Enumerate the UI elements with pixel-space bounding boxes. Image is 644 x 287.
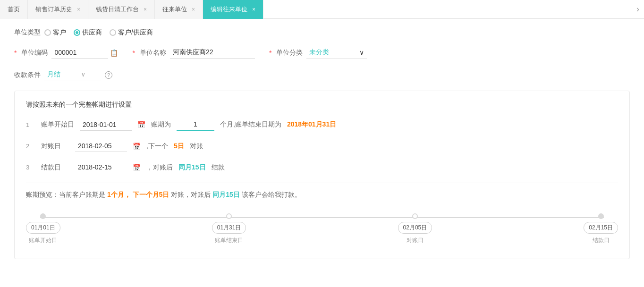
timeline-item-0: 01月01日 账单开始日 bbox=[26, 213, 60, 245]
unit-category-label: 单位分类 bbox=[276, 49, 303, 57]
tab-partner[interactable]: 往来单位 × bbox=[155, 0, 203, 19]
timeline-sublabel-1: 账单结束日 bbox=[215, 236, 243, 245]
radio-supplier[interactable]: 供应商 bbox=[74, 28, 102, 37]
tabs-bar: 首页 销售订单历史 × 钱货日清工作台 × 往来单位 × 编辑往来单位 × › bbox=[0, 0, 644, 19]
period-day-5-highlight: 5日 bbox=[174, 142, 184, 151]
tab-edit-partner-close[interactable]: × bbox=[252, 6, 255, 13]
period-text-2b: 对账 bbox=[190, 142, 203, 151]
unit-type-group: 单位类型 客户 供应商 客户/供应商 bbox=[14, 28, 153, 37]
radio-group: 客户 供应商 客户/供应商 bbox=[44, 28, 153, 37]
radio-both[interactable]: 客户/供应商 bbox=[110, 28, 153, 37]
tab-sales-history-close[interactable]: × bbox=[77, 6, 80, 13]
timeline-badge-2: 02月05日 bbox=[398, 222, 432, 234]
radio-supplier-label: 供应商 bbox=[82, 28, 102, 37]
unit-category-select[interactable]: 未分类 ∨ bbox=[306, 46, 367, 59]
preview-prefix: 账期预览：当前客户账期是 bbox=[26, 191, 105, 198]
timeline-badge-0: 01月01日 bbox=[26, 222, 60, 234]
period-text-2a: ,下一个 bbox=[146, 142, 168, 151]
code-name-cat-row: * 单位编码 📋 * 单位名称 * 单位分类 未分类 ∨ bbox=[14, 46, 630, 59]
payment-condition-select[interactable]: 月结 ∨ bbox=[44, 68, 101, 81]
timeline-item-1: 01月31日 账单结束日 bbox=[212, 213, 246, 245]
timeline-item-2: 02月05日 对账日 bbox=[398, 213, 432, 245]
timeline-dot-0 bbox=[40, 213, 46, 219]
payment-condition-value: 月结 bbox=[47, 70, 60, 79]
unit-code-star: * bbox=[14, 49, 17, 57]
period-num-3: 3 bbox=[26, 164, 35, 171]
period-date-1[interactable] bbox=[80, 119, 132, 131]
radio-customer-circle bbox=[44, 29, 51, 36]
tab-cash-work-close[interactable]: × bbox=[144, 6, 147, 13]
period-label-3: 结款日 bbox=[41, 163, 69, 172]
period-row-2: 2 对账日 📅 ,下一个 5日 对账 bbox=[26, 140, 618, 152]
tab-sales-history[interactable]: 销售订单历史 × bbox=[28, 0, 88, 19]
preview-part2: 下一个月5日 bbox=[133, 191, 169, 198]
period-text-3a: ，对账后 bbox=[146, 163, 173, 172]
period-text-1b: 个月,账单结束日期为 bbox=[220, 120, 281, 129]
tab-partner-label: 往来单位 bbox=[162, 5, 187, 14]
period-date-3[interactable] bbox=[75, 161, 127, 173]
preview-middle: 对账，对账后 bbox=[171, 191, 211, 198]
payment-condition-group: 收款条件 月结 ∨ ? bbox=[14, 68, 112, 81]
timeline-dot-3 bbox=[598, 213, 604, 219]
main-content: 单位类型 客户 供应商 客户/供应商 * 单位编码 bbox=[0, 19, 644, 287]
payment-condition-chevron: ∨ bbox=[81, 71, 85, 78]
period-row-3: 3 结款日 📅 ，对账后 同月15日 结款 bbox=[26, 161, 618, 173]
unit-category-group: * 单位分类 未分类 ∨ bbox=[269, 46, 367, 59]
timeline: 01月01日 账单开始日 01月31日 账单结束日 02月05日 对账日 bbox=[26, 209, 618, 249]
preview-part1: 1个月， bbox=[107, 191, 131, 198]
payment-condition-row: 收款条件 月结 ∨ ? bbox=[14, 68, 630, 81]
timeline-items: 01月01日 账单开始日 01月31日 账单结束日 02月05日 对账日 bbox=[26, 213, 618, 245]
period-row-1: 1 账单开始日 📅 账期为 个月,账单结束日期为 2018年01月31日 bbox=[26, 118, 618, 131]
period-calendar-1[interactable]: 📅 bbox=[137, 121, 145, 128]
unit-code-input-wrapper: 📋 bbox=[51, 47, 118, 59]
preview-part3: 同月15日 bbox=[212, 191, 240, 198]
radio-customer-label: 客户 bbox=[53, 28, 66, 37]
unit-name-input[interactable] bbox=[170, 47, 255, 59]
period-calendar-2[interactable]: 📅 bbox=[133, 143, 141, 150]
timeline-item-3: 02月15日 结款日 bbox=[584, 213, 618, 245]
radio-customer[interactable]: 客户 bbox=[44, 28, 66, 37]
preview-section: 账期预览：当前客户账期是 1个月， 下一个月5日 对账，对账后 同月15日 该客… bbox=[26, 183, 618, 249]
tab-home[interactable]: 首页 bbox=[0, 0, 28, 19]
period-text-1a: 账期为 bbox=[151, 120, 171, 129]
period-end-date-highlight: 2018年01月31日 bbox=[287, 120, 336, 129]
timeline-sublabel-0: 账单开始日 bbox=[29, 236, 57, 245]
timeline-badge-3: 02月15日 bbox=[584, 222, 618, 234]
unit-name-group: * 单位名称 bbox=[132, 47, 254, 59]
period-text-3b: 结款 bbox=[212, 163, 225, 172]
tab-cash-work-label: 钱货日清工作台 bbox=[96, 5, 139, 14]
tab-cash-work[interactable]: 钱货日清工作台 × bbox=[88, 0, 155, 19]
tab-edit-partner[interactable]: 编辑往来单位 × bbox=[203, 0, 263, 19]
unit-type-row: 单位类型 客户 供应商 客户/供应商 bbox=[14, 28, 630, 37]
timeline-badge-1: 01月31日 bbox=[212, 222, 246, 234]
unit-code-input[interactable] bbox=[51, 47, 108, 59]
period-months-input[interactable] bbox=[177, 118, 214, 131]
period-label-1: 账单开始日 bbox=[41, 120, 74, 129]
period-num-1: 1 bbox=[26, 121, 35, 128]
help-icon[interactable]: ? bbox=[105, 71, 112, 79]
tabs-more-button[interactable]: › bbox=[632, 4, 644, 14]
period-label-2: 对账日 bbox=[41, 142, 69, 151]
card-section: 请按照未来的一个完整帐期进行设置 1 账单开始日 📅 账期为 个月,账单结束日期… bbox=[14, 91, 630, 259]
tab-home-label: 首页 bbox=[8, 5, 20, 14]
unit-type-label: 单位类型 bbox=[14, 28, 41, 37]
unit-name-label: 单位名称 bbox=[140, 49, 166, 57]
period-calendar-3[interactable]: 📅 bbox=[133, 164, 141, 171]
timeline-sublabel-3: 结款日 bbox=[593, 236, 610, 245]
unit-category-chevron: ∨ bbox=[359, 49, 364, 56]
radio-both-label: 客户/供应商 bbox=[118, 28, 153, 37]
unit-code-group: * 单位编码 📋 bbox=[14, 47, 118, 59]
period-same-month-highlight: 同月15日 bbox=[178, 163, 206, 172]
unit-code-label: 单位编码 bbox=[21, 49, 48, 57]
payment-condition-label: 收款条件 bbox=[14, 71, 41, 79]
card-title: 请按照未来的一个完整帐期进行设置 bbox=[26, 101, 618, 109]
period-num-2: 2 bbox=[26, 143, 35, 150]
period-date-2[interactable] bbox=[75, 140, 127, 152]
radio-supplier-circle bbox=[74, 29, 80, 36]
tab-partner-close[interactable]: × bbox=[192, 6, 195, 13]
tab-edit-partner-label: 编辑往来单位 bbox=[211, 5, 247, 14]
unit-category-star: * bbox=[269, 49, 271, 57]
timeline-dot-2 bbox=[412, 213, 418, 219]
radio-both-circle bbox=[110, 29, 116, 36]
unit-code-icon[interactable]: 📋 bbox=[110, 49, 118, 57]
